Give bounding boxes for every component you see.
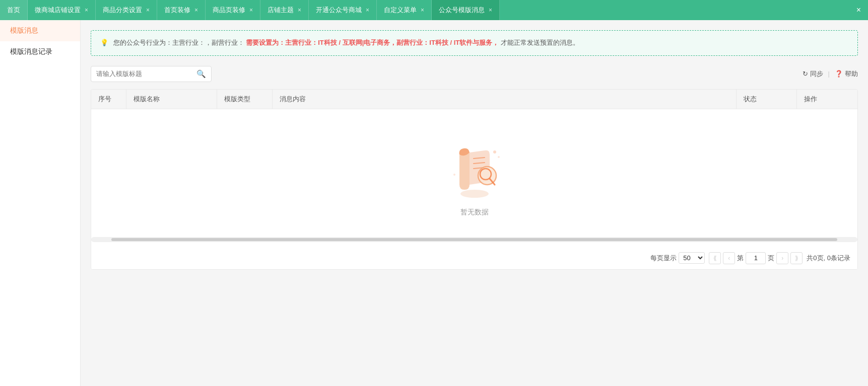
sync-icon: ↻ (803, 70, 808, 78)
notice-suffix: 才能正常发送预置的消息。 (501, 39, 579, 46)
toolbar-divider: | (828, 70, 830, 78)
search-wrap: 🔍 (91, 66, 212, 82)
nav-tab-5-label: 店铺主题 (268, 6, 294, 15)
pager-first-button[interactable]: ⟪ (709, 252, 721, 264)
notice-box: 💡 您的公众号行业为：主营行业：，副营行业： 需要设置为：主营行业：IT科技 /… (91, 30, 858, 56)
sidebar-item-template-message-log-label: 模版消息记录 (10, 47, 52, 55)
svg-point-8 (498, 156, 500, 158)
nav-tab-8-label: 公众号模版消息 (439, 6, 485, 15)
layout: 模版消息 模版消息记录 💡 您的公众号行业为：主营行业：，副营行业： 需要设置为… (0, 20, 868, 386)
sync-label: 同步 (810, 69, 823, 79)
help-label: 帮助 (845, 69, 858, 79)
nav-tab-4-label: 商品页装修 (213, 6, 245, 15)
nav-tab-home[interactable]: 首页 (0, 0, 28, 20)
nav-tab-3-label: 首页装修 (164, 6, 190, 15)
toolbar-right: ↻ 同步 | ❓ 帮助 (803, 69, 858, 79)
th-status: 状态 (737, 90, 797, 109)
pager: ⟪ ‹ 第 页 › ⟫ (709, 252, 803, 264)
sidebar-item-template-message-label: 模版消息 (10, 26, 38, 34)
notice-icon: 💡 (100, 39, 108, 46)
notice-highlight: 需要设置为：主营行业：IT科技 / 互联网|电子商务，副营行业：IT科技 / I… (246, 39, 499, 46)
svg-point-7 (493, 150, 496, 153)
close-all-button[interactable]: × (849, 6, 868, 15)
pager-next-button[interactable]: › (776, 252, 788, 264)
table-wrap: 序号 模版名称 模版类型 消息内容 状态 操作 (91, 89, 858, 270)
pager-prev-button[interactable]: ‹ (723, 252, 735, 264)
page-input[interactable] (746, 252, 766, 264)
th-content: 消息内容 (273, 90, 737, 109)
svg-point-9 (453, 174, 455, 176)
nav-tab-6-label: 开通公众号商城 (316, 6, 362, 15)
th-action: 操作 (797, 90, 857, 109)
per-page-select: 每页显示 50 10 20 100 (650, 252, 705, 264)
pagination: 每页显示 50 10 20 100 ⟪ ‹ 第 页 › ⟫ (91, 247, 857, 269)
scrollbar[interactable] (91, 237, 857, 242)
empty-icon (444, 139, 505, 200)
th-type: 模版类型 (217, 90, 273, 109)
nav-tab-7-close[interactable]: × (421, 7, 424, 14)
help-button[interactable]: ❓ 帮助 (835, 69, 858, 79)
search-button[interactable]: 🔍 (191, 69, 211, 79)
empty-state: 暂无数据 (91, 109, 857, 237)
help-icon: ❓ (835, 70, 843, 78)
nav-tab-2[interactable]: 商品分类设置 × (96, 0, 157, 20)
nav-tab-3[interactable]: 首页装修 × (157, 0, 206, 20)
notice-prefix: 您的公众号行业为：主营行业：，副营行业： (113, 39, 244, 46)
per-page-label: 每页显示 (650, 254, 677, 263)
th-name: 模版名称 (126, 90, 217, 109)
page-suffix: 页 (768, 254, 774, 263)
sidebar: 模版消息 模版消息记录 (0, 20, 81, 386)
nav-tab-7[interactable]: 自定义菜单 × (377, 0, 432, 20)
nav-tab-2-label: 商品分类设置 (103, 6, 142, 15)
nav-tab-3-close[interactable]: × (194, 7, 198, 14)
nav-tab-2-close[interactable]: × (146, 7, 150, 14)
pager-last-button[interactable]: ⟫ (790, 252, 803, 264)
total-info: 共0页, 0条记录 (807, 254, 850, 263)
sync-button[interactable]: ↻ 同步 (803, 69, 823, 79)
nav-tab-4-close[interactable]: × (249, 7, 253, 14)
top-nav: 首页 微商城店铺设置 × 商品分类设置 × 首页装修 × 商品页装修 × 店铺主… (0, 0, 868, 20)
scrollbar-thumb (111, 238, 837, 241)
nav-tab-5[interactable]: 店铺主题 × (260, 0, 309, 20)
nav-tab-4[interactable]: 商品页装修 × (206, 0, 260, 20)
nav-tab-6[interactable]: 开通公众号商城 × (309, 0, 377, 20)
nav-tab-7-label: 自定义菜单 (384, 6, 417, 15)
nav-tab-6-close[interactable]: × (366, 7, 369, 14)
nav-tab-1-label: 微商城店铺设置 (35, 6, 81, 15)
nav-tab-1[interactable]: 微商城店铺设置 × (28, 0, 96, 20)
per-page-dropdown[interactable]: 50 10 20 100 (679, 252, 705, 264)
sidebar-item-template-message[interactable]: 模版消息 (0, 20, 80, 41)
sidebar-item-template-message-log[interactable]: 模版消息记录 (0, 41, 80, 62)
table-header: 序号 模版名称 模版类型 消息内容 状态 操作 (91, 90, 857, 109)
svg-point-0 (460, 190, 489, 198)
nav-tab-5-close[interactable]: × (298, 7, 301, 14)
main-content: 💡 您的公众号行业为：主营行业：，副营行业： 需要设置为：主营行业：IT科技 /… (81, 20, 868, 386)
nav-tab-home-label: 首页 (7, 6, 20, 15)
nav-tab-8-close[interactable]: × (489, 7, 492, 14)
search-input[interactable] (91, 70, 191, 78)
nav-tab-8[interactable]: 公众号模版消息 × (432, 0, 500, 20)
nav-tab-1-close[interactable]: × (85, 7, 88, 14)
toolbar: 🔍 ↻ 同步 | ❓ 帮助 (91, 66, 858, 82)
th-index: 序号 (91, 90, 126, 109)
page-label: 第 (737, 254, 744, 263)
empty-text: 暂无数据 (460, 208, 489, 217)
